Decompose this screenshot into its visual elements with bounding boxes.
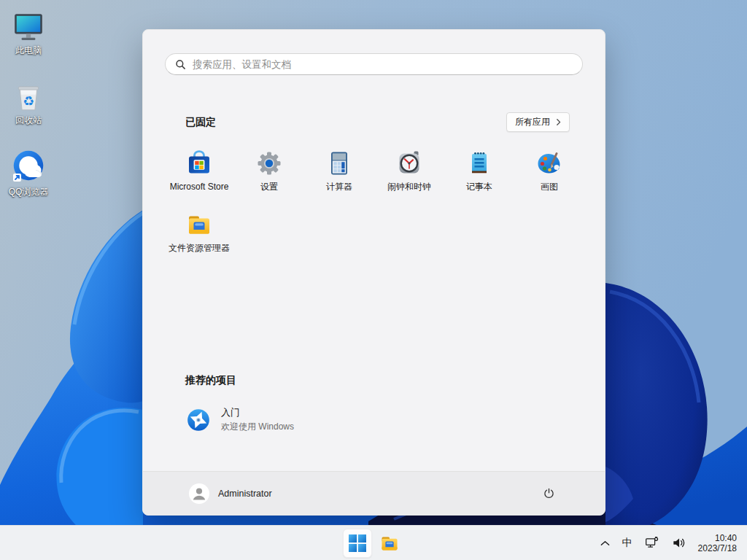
user-account-button[interactable]: Administrator bbox=[189, 483, 272, 504]
paint-palette-icon bbox=[535, 148, 564, 179]
username-label: Administrator bbox=[218, 489, 272, 499]
taskbar-clock[interactable]: 10:40 2023/7/18 bbox=[697, 533, 738, 553]
app-tile-label: 设置 bbox=[260, 182, 278, 192]
user-avatar bbox=[189, 483, 209, 504]
taskbar-file-explorer-button[interactable] bbox=[375, 529, 404, 558]
desktop-screen: 此电脑 ♻ 回收站 bbox=[0, 0, 747, 560]
recommended-section-title: 推荐的项目 bbox=[185, 374, 236, 387]
settings-gear-icon bbox=[255, 148, 284, 179]
start-menu-user-bar: Administrator bbox=[143, 471, 605, 515]
taskbar: 中 bbox=[0, 525, 747, 560]
recycle-bin-icon: ♻ bbox=[0, 77, 57, 114]
calculator-icon bbox=[325, 148, 354, 179]
microsoft-store-icon bbox=[185, 148, 214, 179]
taskbar-center-icons bbox=[343, 526, 404, 560]
app-tile-settings[interactable]: 设置 bbox=[234, 144, 304, 205]
app-tile-paint[interactable]: 画图 bbox=[514, 144, 584, 205]
app-tile-label: Microsoft Store bbox=[170, 182, 229, 192]
app-tile-label: 闹钟和时钟 bbox=[387, 182, 431, 192]
svg-text:♻: ♻ bbox=[23, 94, 34, 109]
app-tile-label: 记事本 bbox=[466, 182, 492, 192]
chevron-right-icon bbox=[556, 118, 561, 126]
app-tile-microsoft-store[interactable]: Microsoft Store bbox=[164, 144, 234, 205]
search-input[interactable] bbox=[193, 59, 573, 70]
app-tile-notepad[interactable]: 记事本 bbox=[444, 144, 514, 205]
system-tray: 中 bbox=[598, 526, 738, 560]
alarm-clock-icon bbox=[395, 148, 424, 179]
ime-language-indicator[interactable]: 中 bbox=[621, 529, 634, 558]
app-tile-label: 计算器 bbox=[326, 182, 352, 192]
this-pc-icon bbox=[0, 7, 57, 44]
clock-date: 2023/7/18 bbox=[698, 543, 737, 553]
app-tile-label: 文件资源管理器 bbox=[169, 243, 230, 253]
power-button[interactable] bbox=[536, 481, 561, 506]
desktop-icon-qq-browser[interactable]: QQ浏览器 bbox=[0, 149, 57, 197]
ime-indicator-label: 中 bbox=[622, 537, 632, 550]
tray-hidden-icons-button[interactable] bbox=[598, 529, 612, 558]
qq-browser-icon bbox=[0, 149, 57, 185]
recommended-item-get-started[interactable]: 入门 欢迎使用 Windows bbox=[185, 403, 390, 436]
speaker-icon bbox=[671, 535, 686, 551]
app-tile-file-explorer[interactable]: 文件资源管理器 bbox=[164, 205, 234, 266]
search-icon bbox=[175, 59, 186, 70]
network-tray-button[interactable] bbox=[643, 529, 661, 558]
start-menu-content: 已固定 所有应用 bbox=[143, 30, 605, 471]
start-button[interactable] bbox=[343, 529, 372, 558]
desktop-icon-label: 回收站 bbox=[0, 115, 57, 125]
all-apps-button[interactable]: 所有应用 bbox=[506, 112, 570, 132]
app-tile-calculator[interactable]: 计算器 bbox=[304, 144, 374, 205]
clock-time: 10:40 bbox=[698, 533, 737, 543]
desktop-icon-label: 此电脑 bbox=[0, 45, 57, 55]
notepad-icon bbox=[465, 148, 494, 179]
chevron-up-icon bbox=[600, 540, 611, 547]
file-explorer-icon bbox=[379, 532, 400, 554]
pinned-section-title: 已固定 bbox=[185, 116, 216, 129]
file-explorer-icon bbox=[185, 209, 214, 240]
windows-logo-icon bbox=[349, 534, 366, 552]
app-tile-alarms-clock[interactable]: 闹钟和时钟 bbox=[374, 144, 444, 205]
desktop-icon-recycle-bin[interactable]: ♻ 回收站 bbox=[0, 77, 57, 125]
recommended-item-title: 入门 bbox=[221, 406, 294, 419]
recommended-item-subtitle: 欢迎使用 Windows bbox=[221, 421, 294, 433]
app-tile-label: 画图 bbox=[541, 182, 558, 192]
network-ethernet-icon bbox=[644, 535, 659, 551]
pinned-app-grid: Microsoft Store bbox=[164, 144, 605, 266]
desktop-icon-label: QQ浏览器 bbox=[0, 187, 57, 197]
search-box[interactable] bbox=[165, 53, 583, 75]
get-started-icon bbox=[185, 407, 212, 433]
volume-tray-button[interactable] bbox=[670, 529, 688, 558]
all-apps-label: 所有应用 bbox=[515, 116, 550, 128]
power-icon bbox=[543, 487, 555, 499]
desktop-icon-this-pc[interactable]: 此电脑 bbox=[0, 7, 57, 55]
start-menu: 已固定 所有应用 bbox=[142, 29, 605, 516]
